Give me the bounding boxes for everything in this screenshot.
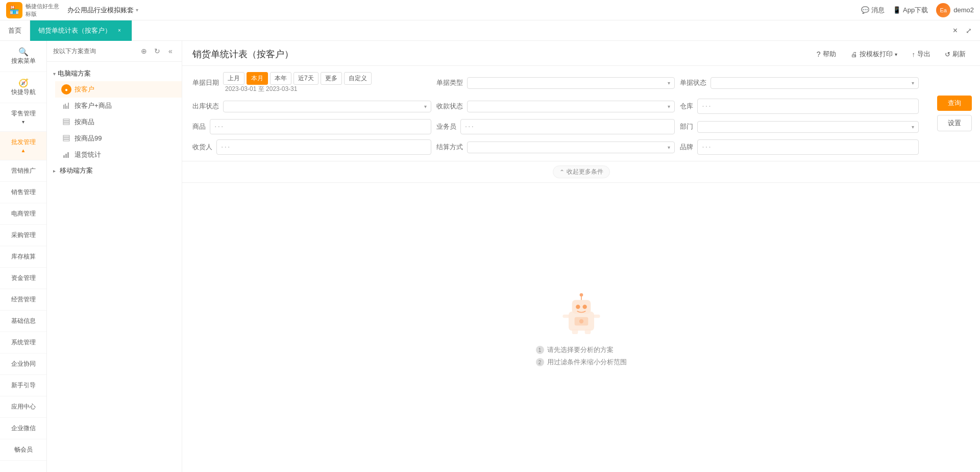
scheme-by-customer-goods[interactable]: 按客户+商品 (55, 98, 182, 114)
user-area[interactable]: Ea demo2 (936, 3, 974, 17)
sidebar-item-ecommerce[interactable]: 电商管理 (0, 203, 46, 225)
date-btn-last-month[interactable]: 上月 (223, 72, 244, 85)
message-action[interactable]: 💬 消息 (861, 6, 885, 15)
refresh-scheme-button[interactable]: ↻ (152, 46, 162, 56)
print-button[interactable]: 🖨 按模板打印 ▾ (846, 47, 902, 61)
tab-bar: 首页 销货单统计表（按客户） × × ⤢ (0, 20, 980, 41)
mobile-scheme-parent[interactable]: ▸ 移动端方案 (47, 163, 182, 178)
sidebar-item-marketing[interactable]: 营销推广 (0, 160, 46, 182)
refresh-button[interactable]: ↺ 刷新 (941, 48, 970, 61)
order-type-select[interactable]: ▾ (467, 77, 675, 89)
goods-input[interactable]: ··· (210, 119, 431, 134)
sidebar-item-app-center[interactable]: 应用中心 (0, 396, 46, 418)
svg-rect-7 (63, 135, 69, 137)
export-button[interactable]: ↑ 导出 (908, 48, 935, 61)
receipt-status-select[interactable]: ▾ (467, 101, 675, 112)
filter-order-status: 单据状态 ▾ (680, 72, 919, 93)
out-status-select[interactable]: ▾ (223, 101, 431, 112)
svg-point-15 (576, 305, 580, 309)
filter-warehouse: 仓库 ··· (680, 99, 919, 114)
svg-rect-6 (63, 123, 69, 125)
empty-hints: 1 请先选择要分析的方案 2 用过滤条件来缩小分析范围 (536, 345, 627, 367)
svg-rect-9 (63, 139, 69, 141)
sidebar-item-operations[interactable]: 经营管理 (0, 289, 46, 311)
warehouse-input[interactable]: ··· (697, 99, 919, 114)
sidebar-item-wholesale[interactable]: 批发管理 ▲ (0, 132, 46, 160)
content-area: 按以下方案查询 ⊕ ↻ « ▾ 电脑端方案 (47, 41, 980, 472)
sidebar-item-quick-nav[interactable]: 🧭 快捷导航 (0, 72, 46, 103)
add-scheme-button[interactable]: ⊕ (139, 46, 149, 56)
app-download-action[interactable]: 📱 App下载 (893, 6, 928, 15)
order-status-select[interactable]: ▾ (710, 77, 919, 89)
svg-rect-4 (63, 119, 69, 121)
dept-arrow-icon: ▾ (912, 124, 914, 130)
svg-rect-1 (65, 104, 66, 109)
date-filter-controls: 上月 本月 本年 近7天 更多 自定义 2023-03-01 至 2023-03… (223, 72, 431, 93)
brand-input[interactable]: ··· (697, 139, 919, 155)
main-layout: 🔍 搜索菜单 🧭 快捷导航 零售管理 ▾ 批发管理 ▲ 营销推广 销售管理 电商… (0, 41, 980, 472)
filter-dept: 部门 ▾ (680, 119, 919, 134)
collapse-button[interactable]: ⌃ 收起更多条件 (553, 166, 610, 178)
dept-select[interactable]: ▾ (697, 121, 919, 133)
sidebar-item-system[interactable]: 系统管理 (0, 332, 46, 353)
empty-hint-1: 1 请先选择要分析的方案 (536, 345, 627, 355)
date-btn-custom[interactable]: 自定义 (344, 72, 372, 85)
empty-illustration (556, 288, 607, 339)
tab-sales-stats[interactable]: 销货单统计表（按客户） × (30, 20, 132, 41)
export-icon: ↑ (912, 51, 916, 58)
sidebar-item-sales[interactable]: 销售管理 (0, 182, 46, 203)
window-maximize-icon[interactable]: ⤢ (962, 25, 976, 37)
empty-hint-2: 2 用过滤条件来缩小分析范围 (536, 358, 627, 367)
date-btn-last-7days[interactable]: 近7天 (293, 72, 318, 85)
logo-area: 🏪 畅捷信好生意 标版 (6, 2, 59, 18)
sidebar-item-retail[interactable]: 零售管理 ▾ (0, 103, 46, 132)
scheme-by-goods[interactable]: 按商品 (55, 114, 182, 130)
filter-row-4: 收货人 ··· 结算方式 ▾ (192, 139, 919, 155)
date-btn-more[interactable]: 更多 (321, 72, 342, 85)
scheme-by-customer[interactable]: ● 按客户 (55, 81, 182, 98)
right-panel: 销货单统计表（按客户） ? 帮助 🖨 按模板打印 ▾ ↑ 导出 (182, 41, 980, 472)
svg-rect-3 (68, 103, 69, 109)
query-button[interactable]: 查询 (937, 96, 972, 111)
help-button[interactable]: ? 帮助 (813, 48, 840, 61)
sidebar-item-inventory[interactable]: 库存核算 (0, 246, 46, 268)
filter-receipt-status: 收款状态 ▾ (436, 99, 675, 114)
tab-home[interactable]: 首页 (0, 20, 30, 41)
sidebar-item-member[interactable]: 畅会员 (0, 439, 46, 461)
sidebar-item-purchase[interactable]: 采购管理 (0, 225, 46, 246)
plus-icon: ⊕ (141, 47, 147, 55)
filter-action-buttons: 查询 设置 (937, 96, 972, 131)
staff-input[interactable]: ··· (460, 119, 675, 134)
app-selector[interactable]: 办公用品行业模拟账套 ▾ (63, 4, 142, 17)
scheme-by-goods-99[interactable]: 按商品99 (55, 130, 182, 147)
sidebar-item-search-menu[interactable]: 🔍 搜索菜单 (0, 41, 46, 72)
svg-rect-10 (63, 155, 65, 158)
tab-close-icon[interactable]: × (115, 27, 124, 35)
desktop-scheme-parent[interactable]: ▾ 电脑端方案 (47, 66, 182, 81)
collapse-panel-button[interactable]: « (165, 46, 176, 56)
svg-rect-12 (67, 152, 69, 158)
chart-icon (61, 101, 71, 111)
sidebar-item-corp-collab[interactable]: 企业协同 (0, 353, 46, 375)
date-btn-this-month[interactable]: 本月 (247, 72, 268, 85)
sidebar-item-newbie[interactable]: 新手引导 (0, 375, 46, 396)
sidebar-item-corp-wechat[interactable]: 企业微信 (0, 418, 46, 439)
tab-bar-right: × ⤢ (132, 24, 980, 37)
sidebar-item-finance[interactable]: 资金管理 (0, 268, 46, 289)
page-header-actions: ? 帮助 🖨 按模板打印 ▾ ↑ 导出 ↺ 刷新 (813, 47, 970, 61)
svg-rect-11 (65, 154, 67, 158)
page-header: 销货单统计表（按客户） ? 帮助 🖨 按模板打印 ▾ ↑ 导出 (182, 41, 980, 66)
help-icon: ? (817, 50, 821, 58)
collapse-icon: « (168, 47, 173, 55)
settlement-select[interactable]: ▾ (467, 141, 675, 153)
date-btn-this-year[interactable]: 本年 (270, 72, 291, 85)
filter-out-status: 出库状态 ▾ (192, 99, 431, 114)
recipient-input[interactable]: ··· (216, 139, 431, 155)
settings-button[interactable]: 设置 (937, 115, 972, 131)
svg-point-24 (579, 319, 583, 323)
sidebar-item-basic[interactable]: 基础信息 (0, 311, 46, 332)
scheme-refund-stats[interactable]: 退货统计 (55, 147, 182, 163)
svg-rect-5 (63, 121, 69, 123)
tree-expand-icon: ▾ (53, 71, 56, 77)
window-close-icon[interactable]: × (949, 24, 962, 37)
